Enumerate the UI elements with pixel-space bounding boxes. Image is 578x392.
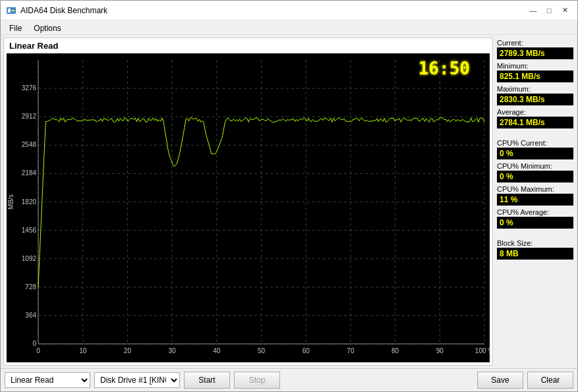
chart-title: Linear Read: [4, 38, 492, 53]
chart-timestamp: 16:50: [419, 59, 470, 78]
chart-section: Linear Read 16:50: [3, 38, 493, 366]
menu-bar: File Options: [1, 20, 577, 35]
title-bar: AIDA64 Disk Benchmark — □ ✕: [1, 1, 577, 20]
current-label: Current:: [497, 39, 573, 47]
stat-cpu-maximum: CPU% Maximum: 11 %: [497, 185, 573, 206]
minimize-button[interactable]: —: [526, 5, 540, 16]
start-button[interactable]: Start: [184, 372, 230, 389]
maximum-value: 2830.3 MB/s: [497, 94, 573, 105]
cpu-minimum-label: CPU% Minimum:: [497, 162, 573, 170]
svg-rect-1: [8, 9, 11, 13]
cpu-current-label: CPU% Current:: [497, 139, 573, 147]
average-value: 2784.1 MB/s: [497, 117, 573, 128]
title-bar-controls: — □ ✕: [526, 5, 572, 16]
svg-rect-2: [12, 10, 14, 11]
save-button[interactable]: Save: [477, 372, 523, 389]
menu-file[interactable]: File: [3, 22, 28, 33]
main-area: Linear Read 16:50 Current: 2789.3 MB/s M…: [1, 35, 577, 368]
clear-button[interactable]: Clear: [527, 372, 573, 389]
cpu-minimum-value: 0 %: [497, 171, 573, 182]
cpu-maximum-value: 11 %: [497, 194, 573, 206]
stat-cpu-average: CPU% Average: 0 %: [497, 208, 573, 229]
current-value: 2789.3 MB/s: [497, 47, 573, 59]
minimum-value: 825.1 MB/s: [497, 70, 573, 82]
block-size-value: 8 MB: [497, 248, 573, 260]
test-type-select[interactable]: Linear Read Linear Write Random Read Ran…: [5, 372, 90, 388]
stop-button[interactable]: Stop: [234, 372, 280, 389]
title-bar-left: AIDA64 Disk Benchmark: [6, 5, 107, 16]
stat-block-size: Block Size: 8 MB: [497, 239, 573, 260]
menu-options[interactable]: Options: [28, 22, 67, 33]
cpu-current-value: 0 %: [497, 148, 573, 159]
cpu-average-label: CPU% Average:: [497, 208, 573, 216]
stat-cpu-current: CPU% Current: 0 %: [497, 139, 573, 159]
maximize-button[interactable]: □: [542, 5, 556, 16]
stat-cpu-minimum: CPU% Minimum: 0 %: [497, 162, 573, 182]
cpu-maximum-label: CPU% Maximum:: [497, 185, 573, 193]
stat-maximum: Maximum: 2830.3 MB/s: [497, 85, 573, 105]
sidebar: Current: 2789.3 MB/s Minimum: 825.1 MB/s…: [496, 38, 575, 366]
minimum-label: Minimum:: [497, 62, 573, 70]
app-icon: [6, 5, 16, 16]
stat-current: Current: 2789.3 MB/s: [497, 39, 573, 59]
stat-average: Average: 2784.1 MB/s: [497, 108, 573, 128]
window-title: AIDA64 Disk Benchmark: [20, 6, 107, 15]
stat-minimum: Minimum: 825.1 MB/s: [497, 62, 573, 82]
main-window: AIDA64 Disk Benchmark — □ ✕ File Options…: [0, 0, 578, 392]
drive-select[interactable]: Disk Drive #1 [KINGSTON SKC2500M8250G] (…: [94, 372, 180, 388]
maximum-label: Maximum:: [497, 85, 573, 93]
chart-container: 16:50: [7, 53, 490, 362]
cpu-average-value: 0 %: [497, 217, 573, 229]
close-button[interactable]: ✕: [558, 5, 572, 16]
block-size-label: Block Size:: [497, 239, 573, 247]
average-label: Average:: [497, 108, 573, 116]
bottom-bar: Linear Read Linear Write Random Read Ran…: [1, 368, 577, 391]
